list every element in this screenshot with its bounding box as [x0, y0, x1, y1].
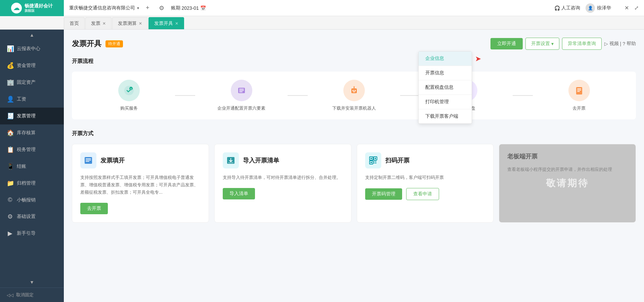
- main-layout: ▲ 📊 云报表中心 💰 资金管理 🏢 固定资产 👤 工资 🧾 发票管理 🏠 库存…: [0, 30, 644, 302]
- method-card-boss: 老板端开票 查看老板端小程序提交的开票申请，并作出相应的处理 敬请期待: [499, 144, 636, 223]
- page-title: 发票开具: [72, 39, 101, 49]
- video-button[interactable]: ▷ 视频 | ? 帮助: [604, 41, 636, 47]
- dropdown-invoice-info[interactable]: 开票信息: [419, 66, 472, 80]
- process-step-configure: 企业开通配置开票六要素: [195, 80, 288, 111]
- fixed-assets-icon: 🏢: [7, 79, 13, 86]
- svg-rect-25: [86, 161, 89, 162]
- import-icon: [223, 152, 239, 168]
- abnormal-query-button[interactable]: 异常清单查询: [562, 38, 602, 50]
- dropdown-company-info[interactable]: 企业信息: [419, 51, 472, 66]
- sidebar-item-inventory[interactable]: 🏠 库存核算: [0, 124, 64, 141]
- dropdown-printer[interactable]: 打印机管理: [419, 95, 472, 109]
- top-bar-right: 🎧 人工咨询 👤 徐泽华: [554, 3, 619, 13]
- sidebar-item-invoice[interactable]: 🧾 发票管理: [0, 108, 64, 124]
- tab-invoice-open-close[interactable]: ✕: [175, 21, 178, 26]
- methods-section-title: 开票方式: [72, 130, 636, 137]
- process-label-buy: 购买服务: [120, 105, 138, 111]
- method-card-import: 导入开票清单 支持导入待开票清单，可对待开票清单进行拆分、合并处理。 导入清单: [214, 144, 351, 223]
- svg-rect-35: [375, 161, 376, 162]
- sidebar-item-settings[interactable]: ⚙ 基础设置: [0, 208, 64, 225]
- sidebar-item-tax[interactable]: 📋 税务管理: [0, 141, 64, 158]
- svg-rect-20: [577, 90, 581, 90]
- archive-icon: 📁: [7, 180, 13, 187]
- process-icon-configure: [231, 80, 252, 101]
- activate-button[interactable]: 立即开通: [490, 38, 523, 49]
- process-divider-2: [288, 95, 308, 96]
- inventory-icon: 🏠: [7, 129, 13, 137]
- fill-card-desc: 支持按照发票样式手工填开发票；可开具增值税电子普通发票、增值税普通发票、增值税专…: [80, 174, 201, 196]
- svg-rect-6: [239, 91, 243, 92]
- scan-icon: [365, 152, 381, 168]
- user-info[interactable]: 👤 徐泽华: [586, 3, 611, 13]
- svg-rect-33: [371, 162, 372, 163]
- scan-card-title: 扫码开票: [385, 156, 410, 164]
- sidebar-item-guide[interactable]: ▶ 新手引导: [0, 225, 64, 242]
- status-badge: 待开通: [105, 40, 123, 47]
- settlement-icon: 📱: [7, 163, 13, 170]
- dropdown-item-company[interactable]: 企业信息 ➤: [419, 51, 472, 66]
- tab-invoice[interactable]: 发票 ✕: [85, 17, 112, 29]
- tab-invoice-open[interactable]: 发票开具 ✕: [148, 17, 184, 29]
- sidebar-item-archive[interactable]: 📁 归档管理: [0, 175, 64, 192]
- import-list-button[interactable]: 导入清单: [223, 188, 255, 199]
- support-button[interactable]: 🎧 人工咨询: [554, 5, 580, 11]
- headset-icon: 🎧: [554, 5, 560, 11]
- setting-dropdown-menu: 企业信息 ➤ 开票信息 配置税盘信息 打印机管理: [418, 51, 472, 124]
- page-header: 发票开具 待开通 立即开通 开票设置 ▾ 企业信息: [72, 38, 636, 50]
- svg-rect-21: [577, 91, 580, 92]
- svg-rect-5: [239, 90, 244, 91]
- setting-dropdown-container: 开票设置 ▾ 企业信息 ➤ 开票信息: [525, 38, 559, 50]
- process-step-issue: 去开票: [533, 80, 625, 111]
- qr-manage-button[interactable]: 开票码管理: [365, 188, 402, 200]
- sidebar-scroll-up[interactable]: ▲: [0, 30, 64, 40]
- tab-home[interactable]: 首页: [64, 17, 85, 29]
- tab-invoice-calc[interactable]: 发票测算 ✕: [112, 17, 148, 29]
- sidebar-item-capital[interactable]: 💰 资金管理: [0, 57, 64, 74]
- process-divider-1: [175, 95, 195, 96]
- tab-invoice-calc-close[interactable]: ✕: [139, 21, 142, 26]
- svg-rect-31: [371, 158, 372, 159]
- svg-text:+: +: [130, 87, 132, 90]
- avatar: 👤: [586, 3, 595, 13]
- sidebar-cancel-button[interactable]: ◁◁ 取消固定: [0, 288, 64, 302]
- view-application-button[interactable]: 查看申请: [406, 188, 439, 200]
- sidebar-item-payroll[interactable]: 👤 工资: [0, 91, 64, 108]
- process-divider-3: [400, 95, 420, 96]
- cloud-report-icon: 📊: [7, 45, 13, 52]
- maximize-button[interactable]: ⤢: [633, 3, 640, 12]
- settings-icon: ⚙: [7, 213, 13, 220]
- payroll-icon: 👤: [7, 96, 13, 103]
- window-controls: ✕ ⤢: [619, 3, 644, 12]
- svg-rect-10: [353, 91, 355, 92]
- sidebar-item-xiaowei[interactable]: © 小畅报销: [0, 192, 64, 208]
- process-label-robot: 下载并安装开票机器人: [332, 105, 376, 111]
- add-button[interactable]: +: [143, 3, 152, 13]
- svg-point-9: [354, 90, 356, 91]
- header-actions: 立即开通 开票设置 ▾ 企业信息 ➤: [490, 38, 636, 50]
- sidebar-item-settlement[interactable]: 📱 结账: [0, 158, 64, 175]
- chevron-down-icon: ▾: [551, 41, 554, 46]
- tab-invoice-close[interactable]: ✕: [102, 21, 106, 26]
- setting-button[interactable]: 开票设置 ▾: [525, 38, 559, 50]
- company-name: 重庆畅捷交通信息咨询有限公司: [69, 5, 135, 11]
- fill-card-header: 发票填开: [80, 152, 201, 168]
- play-icon: ▷: [604, 41, 608, 46]
- company-selector[interactable]: 重庆畅捷交通信息咨询有限公司 ▾: [69, 5, 139, 11]
- top-bar: ☁ 畅捷通好会计 旗舰版 重庆畅捷交通信息咨询有限公司 ▾ + ⚙ 账期 202…: [0, 0, 644, 16]
- sidebar-item-cloud-report[interactable]: 📊 云报表中心: [0, 40, 64, 57]
- tab-bar: 首页 发票 ✕ 发票测算 ✕ 发票开具 ✕: [0, 16, 644, 30]
- svg-rect-23: [86, 158, 91, 159]
- scan-card-desc: 支持定制开票二维码，客户端可扫码开票: [365, 174, 485, 181]
- close-button[interactable]: ✕: [623, 3, 630, 12]
- process-step-buy: + 购买服务: [83, 80, 175, 111]
- methods-section: 开票方式 发票填开: [72, 130, 636, 223]
- fill-invoice-button[interactable]: 去开票: [80, 203, 108, 214]
- process-divider-4: [513, 95, 533, 96]
- dropdown-tax-config[interactable]: 配置税盘信息: [419, 80, 472, 95]
- capital-icon: 💰: [7, 62, 13, 69]
- svg-rect-18: [576, 87, 582, 95]
- sidebar-scroll-down[interactable]: ▼: [0, 277, 64, 288]
- settings-icon-button[interactable]: ⚙: [156, 3, 167, 13]
- sidebar-item-fixed-assets[interactable]: 🏢 固定资产: [0, 74, 64, 91]
- dropdown-download-client[interactable]: 下载开票客户端: [419, 109, 472, 123]
